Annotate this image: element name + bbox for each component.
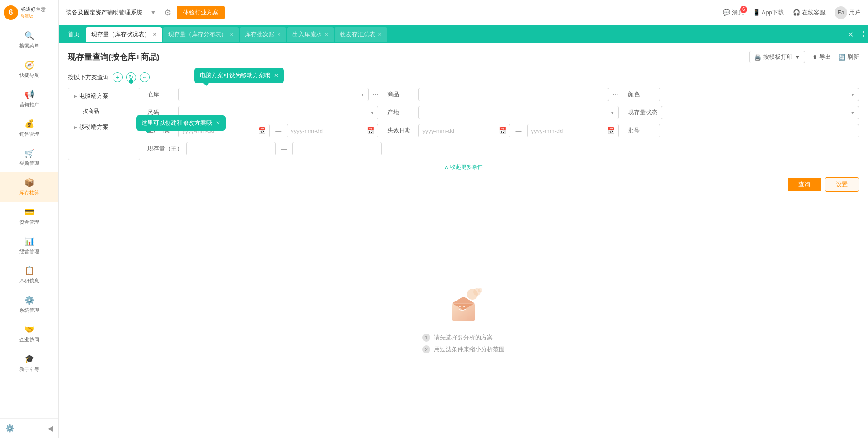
svg-point-6 <box>459 306 461 307</box>
tab-inventory-dist[interactable]: 现存量（库存分布表） ✕ <box>163 27 239 42</box>
filter-back-btn[interactable]: ← <box>140 72 150 82</box>
export-btn[interactable]: ⬆ 导出 <box>812 53 831 61</box>
batch-input[interactable] <box>659 124 859 137</box>
print-icon: 🖨️ <box>754 54 761 61</box>
tab-close-inout-flow[interactable]: ✕ <box>325 32 328 37</box>
warehouse-dots[interactable]: ··· <box>373 90 378 99</box>
sidebar-logo: 6 畅通好生意 标准版 <box>0 0 58 25</box>
tooltip2-close[interactable]: ✕ <box>216 120 220 126</box>
collapse-label: 收起更多条件 <box>450 163 483 171</box>
tab-inout-flow[interactable]: 出入库流水 ✕ <box>287 27 334 42</box>
sidebar-item-system[interactable]: ⚙️ 系统管理 <box>0 290 58 319</box>
guide-icon: 🧭 <box>24 60 34 70</box>
filter-refresh-btn[interactable]: ↻ <box>126 72 136 82</box>
sidebar-item-operations[interactable]: 📊 经营管理 <box>0 231 58 260</box>
system-dropdown[interactable]: ▼ <box>148 7 159 18</box>
filter-color: 颜色 ▼ <box>628 88 859 101</box>
service-icon: 🎧 <box>793 9 800 16</box>
print-label: 按模板打印 <box>763 53 793 61</box>
tooltip2-text: 这里可以创建和修改方案哦 <box>142 119 212 127</box>
scheme-tree-mobile[interactable]: ▶ 移动端方案 <box>68 119 140 135</box>
sidebar-item-enterprise[interactable]: 🤝 企业协同 <box>0 319 58 349</box>
filter-row-4: 现存量（主） — <box>147 142 859 155</box>
tab-receive-summary[interactable]: 收发存汇总表 ✕ <box>335 27 387 42</box>
warehouse-select[interactable]: ▼ <box>178 88 369 101</box>
sidebar-item-search[interactable]: 🔍 搜索菜单 <box>0 25 58 55</box>
inv-amount-label: 现存量（主） <box>147 145 183 153</box>
tab-close-inventory-status[interactable]: ✕ <box>153 32 156 37</box>
print-btn[interactable]: 🖨️ 按模板打印 ▼ <box>749 51 805 63</box>
purchase-icon: 🛒 <box>24 148 34 158</box>
tab-receive-summary-label: 收发存汇总表 <box>340 30 375 38</box>
tab-close-all-icon[interactable]: ✕ <box>848 30 854 39</box>
sidebar-label-marketing: 营销推广 <box>19 101 39 108</box>
exp-date-start-icon: 📅 <box>499 127 506 134</box>
origin-select[interactable]: ▼ <box>418 106 618 119</box>
inv-status-arrow: ▼ <box>850 110 855 115</box>
tab-home[interactable]: 首页 <box>62 27 85 42</box>
tab-inventory-status[interactable]: 现存量（库存状况表） ✕ <box>86 27 162 42</box>
tab-maximize-icon[interactable]: ⛶ <box>857 30 864 39</box>
exp-date-end-icon: 📅 <box>607 127 615 134</box>
tooltip1-close[interactable]: ✕ <box>274 72 278 79</box>
sidebar-item-sales[interactable]: 💰 销售管理 <box>0 113 58 143</box>
create-scheme-tooltip: 这里可以创建和修改方案哦 ✕ <box>136 115 226 131</box>
refresh-btn[interactable]: 🔄 刷新 <box>838 53 859 61</box>
tab-close-batch-account[interactable]: ✕ <box>277 32 281 37</box>
sidebar-label-purchase: 采购管理 <box>19 160 39 167</box>
filter-add-btn[interactable]: + <box>113 72 123 82</box>
scheme-mobile-label: 移动端方案 <box>79 123 108 131</box>
newbie-icon: 🎓 <box>24 354 34 364</box>
color-select[interactable]: ▼ <box>659 88 859 101</box>
sidebar-item-basic[interactable]: 📋 基础信息 <box>0 260 58 290</box>
collapse-bar[interactable]: ∧ 收起更多条件 <box>68 160 859 174</box>
reset-btn[interactable]: 设置 <box>825 177 859 192</box>
app-download-btn[interactable]: 📱 App下载 <box>753 9 784 17</box>
exp-date-end[interactable]: yyyy-mm-dd 📅 <box>527 124 619 137</box>
origin-label: 产地 <box>387 108 415 117</box>
sidebar-item-guide[interactable]: 🧭 快捷导航 <box>0 55 58 84</box>
sidebar-item-finance[interactable]: 💳 资金管理 <box>0 202 58 231</box>
tab-close-inventory-dist[interactable]: ✕ <box>230 32 233 37</box>
product-input[interactable] <box>418 88 609 101</box>
industry-btn[interactable]: 体验行业方案 <box>177 6 225 19</box>
sidebar-label-system: 系统管理 <box>19 307 39 314</box>
page-header: 现存量查询(按仓库+商品) 🖨️ 按模板打印 ▼ ⬆ 导出 🔄 刷新 <box>59 43 868 68</box>
filter-header: 按以下方案查询 + ↻ ← 电脑方案可设为移动方案哦 ✕ <box>68 72 859 82</box>
basic-icon: 📋 <box>24 266 34 276</box>
inventory-icon: 📦 <box>24 178 34 188</box>
exp-date-start[interactable]: yyyy-mm-dd 📅 <box>418 124 510 137</box>
tab-close-receive-summary[interactable]: ✕ <box>378 32 382 37</box>
query-btn[interactable]: 查询 <box>788 178 821 191</box>
settings-footer-icon[interactable]: ⚙️ <box>5 424 14 433</box>
empty-tips: 1 请先选择要分析的方案 2 用过滤条件来缩小分析范围 <box>422 334 505 353</box>
batch-label: 批号 <box>628 127 655 135</box>
inv-status-select[interactable]: ▼ <box>661 106 859 119</box>
collapse-arrow-up: ∧ <box>444 164 448 170</box>
tab-batch-account[interactable]: 库存批次账 ✕ <box>240 27 286 42</box>
topbar-settings-icon[interactable]: ⚙ <box>164 8 171 18</box>
sidebar-item-inventory[interactable]: 📦 库存核算 <box>0 172 58 202</box>
prod-date-end[interactable]: yyyy-mm-dd 📅 <box>287 124 378 137</box>
scheme-tree-desktop[interactable]: ▶ 电脑端方案 <box>68 88 140 104</box>
tip-num-1: 1 <box>422 334 430 342</box>
message-badge: 6 <box>740 6 747 13</box>
user-label: 用户 <box>849 9 861 17</box>
sidebar-label-basic: 基础信息 <box>19 278 39 284</box>
inv-amount-start[interactable] <box>186 142 276 155</box>
online-service-btn[interactable]: 🎧 在线客服 <box>793 9 826 17</box>
top-bar: 装备及固定资产辅助管理系统 ▼ ⚙ 体验行业方案 💬 消息 6 📱 App下载 … <box>59 0 868 25</box>
marketing-icon: 📢 <box>24 89 34 99</box>
collapse-sidebar-icon[interactable]: ◀ <box>47 424 53 433</box>
sidebar-item-newbie[interactable]: 🎓 新手引导 <box>0 349 58 378</box>
warehouse-label: 仓库 <box>147 90 175 99</box>
product-label: 商品 <box>387 90 415 99</box>
tab-bar: 首页 现存量（库存状况表） ✕ 现存量（库存分布表） ✕ 库存批次账 ✕ 出入库… <box>59 25 868 43</box>
inv-amount-end[interactable] <box>292 142 382 155</box>
product-dots[interactable]: ··· <box>613 90 618 99</box>
message-btn[interactable]: 💬 消息 6 <box>723 9 744 17</box>
user-btn[interactable]: Ea 用户 <box>835 6 861 19</box>
sidebar-item-purchase[interactable]: 🛒 采购管理 <box>0 143 58 172</box>
scheme-sub-item1[interactable]: 按商品 <box>79 106 140 117</box>
sidebar-item-marketing[interactable]: 📢 营销推广 <box>0 84 58 113</box>
